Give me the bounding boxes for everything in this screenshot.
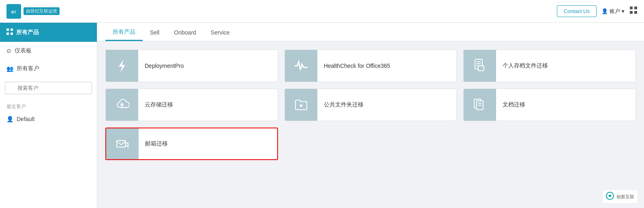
contact-us-button[interactable]: Contact Us: [557, 5, 597, 17]
svg-text:BT: BT: [11, 10, 16, 14]
tab-service[interactable]: Service: [203, 24, 237, 41]
account-button[interactable]: 👤 账户 ▾: [601, 8, 625, 15]
account-icon: 👤: [601, 8, 608, 14]
product-label-mailbox-migration: 邮箱迁移: [145, 140, 168, 147]
account-chevron-icon: ▾: [622, 8, 625, 14]
product-icon-area-deployment-pro: [106, 50, 138, 82]
app-grid-button[interactable]: [629, 6, 638, 16]
product-icon-area-public-folder: [285, 89, 317, 121]
sidebar-customer-default[interactable]: 👤 Default: [0, 112, 97, 126]
svg-rect-8: [6, 32, 9, 35]
sidebar-all-products-label: 所有产品: [16, 29, 39, 36]
products-grid: DeploymentPro HealthCheck for Office365 …: [97, 41, 644, 168]
tab-bar: 所有产品 Sell Onboard Service: [97, 23, 644, 41]
content-area: 所有产品 Sell Onboard Service DeploymentPro …: [97, 23, 644, 208]
customers-icon: 👥: [6, 65, 13, 72]
svg-rect-3: [634, 6, 637, 9]
logo-area: BT 由世纪互联运营: [6, 4, 60, 19]
product-card-personal-archive[interactable]: 个人存档文件迁移: [463, 50, 636, 82]
sidebar-search-area: 🔍: [0, 78, 97, 98]
svg-rect-6: [6, 28, 9, 31]
svg-rect-15: [478, 66, 484, 71]
product-label-personal-archive: 个人存档文件迁移: [503, 62, 548, 69]
bittitan-logo-icon: BT: [6, 4, 21, 19]
mailbox-icon: [115, 136, 130, 151]
product-card-mailbox-migration[interactable]: 邮箱迁移: [105, 128, 278, 160]
docs-icon: [473, 98, 487, 112]
product-icon-area-mailbox-migration: [106, 128, 139, 159]
tab-onboard[interactable]: Onboard: [167, 24, 203, 41]
product-icon-area-cloud-storage: [106, 89, 138, 121]
product-card-public-folder[interactable]: 公共文件夹迁移: [285, 89, 457, 121]
recent-customers-label: 最近客户: [0, 98, 97, 112]
sidebar-item-dashboard[interactable]: ⊙ 仪表板: [0, 42, 97, 60]
product-icon-area-healthcheck: [285, 50, 317, 82]
sidebar-all-customers-label: 所有客户: [17, 65, 39, 72]
svg-rect-9: [11, 32, 13, 35]
default-customer-label: Default: [17, 116, 34, 122]
product-card-cloud-storage[interactable]: 云存储迁移: [105, 89, 278, 121]
sidebar-dashboard-label: 仪表板: [15, 47, 32, 54]
svg-rect-2: [630, 6, 633, 9]
account-label: 账户: [610, 8, 620, 15]
sidebar-item-all-products[interactable]: 所有产品: [0, 23, 97, 42]
sidebar-item-all-customers[interactable]: 👥 所有客户: [0, 60, 97, 78]
product-label-healthcheck: HealthCheck for Office365: [324, 63, 390, 69]
product-card-doc-migration[interactable]: 文档迁移: [463, 89, 636, 121]
svg-marker-10: [119, 59, 125, 72]
heartbeat-icon: [294, 58, 308, 73]
svg-rect-5: [634, 11, 637, 14]
main-layout: 所有产品 ⊙ 仪表板 👥 所有客户 🔍 最近客户 👤 Default 所有产品 …: [0, 23, 644, 208]
tab-sell[interactable]: Sell: [143, 24, 167, 41]
product-label-public-folder: 公共文件夹迁移: [324, 101, 364, 108]
search-input[interactable]: [5, 82, 92, 94]
tab-all-products[interactable]: 所有产品: [105, 23, 143, 41]
product-icon-area-doc-migration: [464, 89, 496, 121]
bolt-icon: [115, 58, 129, 73]
footer-brand-label: 创新互联: [616, 194, 634, 200]
header-right: Contact Us 👤 账户 ▾: [557, 5, 638, 17]
svg-point-17: [300, 104, 302, 107]
brand-icon: [606, 192, 614, 202]
product-label-deployment-pro: DeploymentPro: [145, 63, 184, 69]
svg-rect-22: [117, 141, 126, 147]
cloud-upload-icon: [115, 98, 129, 112]
grid-icon: [6, 28, 13, 36]
logo-badge: 由世纪互联运营: [24, 7, 60, 15]
footer-brand: 创新互联: [603, 190, 638, 203]
svg-rect-7: [11, 28, 13, 31]
product-card-deployment-pro[interactable]: DeploymentPro: [105, 50, 278, 82]
dashboard-icon: ⊙: [6, 48, 11, 54]
product-card-healthcheck[interactable]: HealthCheck for Office365: [285, 50, 457, 82]
top-header: BT 由世纪互联运营 Contact Us 👤 账户 ▾: [0, 0, 644, 23]
document-icon: [473, 58, 487, 73]
svg-rect-4: [630, 11, 633, 14]
sidebar: 所有产品 ⊙ 仪表板 👥 所有客户 🔍 最近客户 👤 Default: [0, 23, 97, 208]
product-icon-area-personal-archive: [464, 50, 496, 82]
search-wrapper: 🔍: [5, 82, 92, 94]
product-label-cloud-storage: 云存储迁移: [145, 101, 173, 108]
grid-icon: [629, 6, 638, 14]
folder-icon: [294, 98, 308, 112]
customer-icon: 👤: [6, 116, 13, 122]
product-label-doc-migration: 文档迁移: [503, 101, 525, 108]
